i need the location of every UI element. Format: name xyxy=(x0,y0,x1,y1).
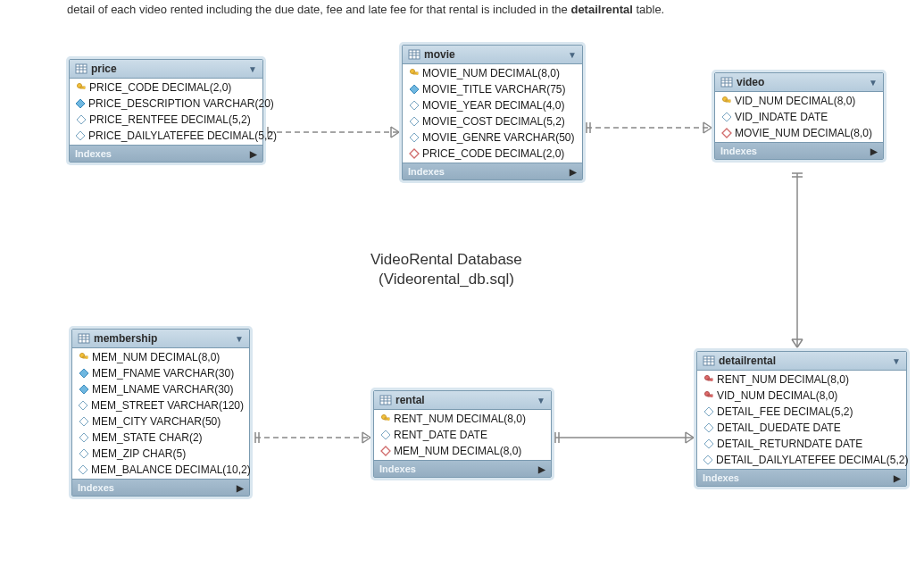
column-detailrental-3[interactable]: DETAIL_DUEDATE DATE xyxy=(697,420,906,436)
entity-price[interactable]: price▼PRICE_CODE DECIMAL(2,0)PRICE_DESCR… xyxy=(69,59,263,163)
indexes-label: Indexes xyxy=(408,166,445,177)
column-membership-4[interactable]: MEM_CITY VARCHAR(50) xyxy=(72,413,249,430)
column-video-0[interactable]: VID_NUM DECIMAL(8,0) xyxy=(715,93,883,109)
entity-footer-detailrental[interactable]: Indexes▶ xyxy=(697,469,906,486)
entity-header-movie[interactable]: movie▼ xyxy=(403,46,582,64)
svg-rect-52 xyxy=(711,379,712,381)
entity-footer-movie[interactable]: Indexes▶ xyxy=(403,163,582,179)
column-icon xyxy=(78,448,89,460)
column-icon xyxy=(703,438,714,450)
svg-rect-36 xyxy=(86,356,87,359)
column-label: PRICE_DAILYLATEFEE DECIMAL(5,2) xyxy=(88,129,277,142)
column-membership-6[interactable]: MEM_ZIP CHAR(5) xyxy=(72,446,249,462)
entity-video[interactable]: video▼VID_NUM DECIMAL(8,0)VID_INDATE DAT… xyxy=(714,72,884,160)
column-icon xyxy=(78,368,89,380)
column-movie-3[interactable]: MOVIE_COST DECIMAL(5,2) xyxy=(403,113,582,129)
svg-rect-5 xyxy=(76,64,87,73)
column-label: MOVIE_NUM DECIMAL(8,0) xyxy=(422,67,560,79)
expand-indexes-icon[interactable]: ▶ xyxy=(250,149,257,159)
column-membership-3[interactable]: MEM_STREET VARCHAR(120) xyxy=(72,397,249,413)
entity-header-detailrental[interactable]: detailrental▼ xyxy=(697,352,906,371)
entity-header-video[interactable]: video▼ xyxy=(715,73,883,92)
svg-rect-28 xyxy=(728,100,730,103)
column-rental-0[interactable]: RENT_NUM DECIMAL(8,0) xyxy=(374,411,551,427)
column-label: MEM_NUM DECIMAL(8,0) xyxy=(92,351,220,363)
column-label: PRICE_CODE DECIMAL(2,0) xyxy=(422,147,564,160)
expand-indexes-icon[interactable]: ▶ xyxy=(237,483,244,493)
column-detailrental-1[interactable]: VID_NUM DECIMAL(8,0) xyxy=(697,388,906,404)
column-membership-7[interactable]: MEM_BALANCE DECIMAL(10,2) xyxy=(72,462,249,478)
entity-detailrental[interactable]: detailrental▼RENT_NUM DECIMAL(8,0)VID_NU… xyxy=(696,351,907,487)
collapse-icon[interactable]: ▼ xyxy=(248,64,257,74)
column-label: MEM_STREET VARCHAR(120) xyxy=(91,399,244,412)
entity-footer-video[interactable]: Indexes▶ xyxy=(715,142,883,159)
collapse-icon[interactable]: ▼ xyxy=(892,356,901,366)
entity-title: detailrental xyxy=(719,355,888,367)
entity-rental[interactable]: rental▼RENT_NUM DECIMAL(8,0)RENT_DATE DA… xyxy=(373,390,552,478)
entity-header-price[interactable]: price▼ xyxy=(70,60,262,79)
svg-rect-20 xyxy=(416,72,418,75)
column-membership-5[interactable]: MEM_STATE CHAR(2) xyxy=(72,430,249,446)
indexes-label: Indexes xyxy=(78,482,114,493)
column-membership-2[interactable]: MEM_LNAME VARCHAR(30) xyxy=(72,381,249,397)
column-movie-5[interactable]: PRICE_CODE DECIMAL(2,0) xyxy=(403,146,582,162)
entity-body-movie: MOVIE_NUM DECIMAL(8,0)MOVIE_TITLE VARCHA… xyxy=(403,64,582,163)
svg-rect-37 xyxy=(380,396,391,405)
column-rental-2[interactable]: MEM_NUM DECIMAL(8,0) xyxy=(374,443,551,459)
entity-body-membership: MEM_NUM DECIMAL(8,0)MEM_FNAME VARCHAR(30… xyxy=(72,348,249,479)
entity-footer-price[interactable]: Indexes▶ xyxy=(70,145,262,162)
column-price-2[interactable]: PRICE_RENTFEE DECIMAL(5,2) xyxy=(70,112,262,128)
column-label: MOVIE_TITLE VARCHAR(75) xyxy=(422,83,565,96)
column-label: VID_INDATE DATE xyxy=(735,111,828,123)
entity-title: rental xyxy=(395,394,533,406)
column-price-0[interactable]: PRICE_CODE DECIMAL(2,0) xyxy=(70,79,262,96)
entity-membership[interactable]: membership▼MEM_NUM DECIMAL(8,0)MEM_FNAME… xyxy=(71,329,250,497)
column-label: MEM_NUM DECIMAL(8,0) xyxy=(394,445,521,457)
column-membership-1[interactable]: MEM_FNAME VARCHAR(30) xyxy=(72,365,249,381)
expand-indexes-icon[interactable]: ▶ xyxy=(570,167,577,177)
column-icon xyxy=(75,130,86,142)
collapse-icon[interactable]: ▼ xyxy=(568,50,577,60)
svg-rect-55 xyxy=(711,395,712,397)
indexes-label: Indexes xyxy=(720,146,757,156)
column-detailrental-0[interactable]: RENT_NUM DECIMAL(8,0) xyxy=(697,371,906,388)
column-rental-1[interactable]: RENT_DATE DATE xyxy=(374,427,551,443)
table-icon xyxy=(720,76,733,88)
column-label: VID_NUM DECIMAL(8,0) xyxy=(735,95,855,107)
column-icon xyxy=(75,98,86,110)
column-detailrental-5[interactable]: DETAIL_DAILYLATEFEE DECIMAL(5,2) xyxy=(697,452,906,468)
column-icon xyxy=(408,148,420,160)
entity-header-rental[interactable]: rental▼ xyxy=(374,391,551,410)
entity-body-detailrental: RENT_NUM DECIMAL(8,0)VID_NUM DECIMAL(8,0… xyxy=(697,371,906,469)
column-membership-0[interactable]: MEM_NUM DECIMAL(8,0) xyxy=(72,349,249,365)
entity-footer-membership[interactable]: Indexes▶ xyxy=(72,479,249,496)
column-icon xyxy=(720,96,732,107)
entity-header-membership[interactable]: membership▼ xyxy=(72,330,249,348)
entity-footer-rental[interactable]: Indexes▶ xyxy=(374,460,551,477)
expand-indexes-icon[interactable]: ▶ xyxy=(870,146,878,156)
column-icon xyxy=(703,455,713,466)
collapse-icon[interactable]: ▼ xyxy=(869,78,878,88)
column-video-2[interactable]: MOVIE_NUM DECIMAL(8,0) xyxy=(715,125,883,141)
column-label: MEM_BALANCE DECIMAL(10,2) xyxy=(91,463,251,476)
column-price-3[interactable]: PRICE_DAILYLATEFEE DECIMAL(5,2) xyxy=(70,128,262,144)
collapse-icon[interactable]: ▼ xyxy=(235,334,244,344)
entity-movie[interactable]: movie▼MOVIE_NUM DECIMAL(8,0)MOVIE_TITLE … xyxy=(402,45,583,180)
column-movie-0[interactable]: MOVIE_NUM DECIMAL(8,0) xyxy=(403,65,582,81)
expand-indexes-icon[interactable]: ▶ xyxy=(538,464,545,474)
column-detailrental-4[interactable]: DETAIL_RETURNDATE DATE xyxy=(697,436,906,452)
column-label: MOVIE_YEAR DECIMAL(4,0) xyxy=(422,99,564,112)
column-video-1[interactable]: VID_INDATE DATE xyxy=(715,109,883,125)
column-movie-2[interactable]: MOVIE_YEAR DECIMAL(4,0) xyxy=(403,97,582,113)
expand-indexes-icon[interactable]: ▶ xyxy=(894,473,901,483)
column-detailrental-2[interactable]: DETAIL_FEE DECIMAL(5,2) xyxy=(697,404,906,420)
column-label: MOVIE_GENRE VARCHAR(50) xyxy=(422,131,574,144)
svg-rect-12 xyxy=(83,87,85,89)
column-movie-1[interactable]: MOVIE_TITLE VARCHAR(75) xyxy=(403,81,582,97)
collapse-icon[interactable]: ▼ xyxy=(537,396,545,405)
table-icon xyxy=(78,332,90,345)
column-movie-4[interactable]: MOVIE_GENRE VARCHAR(50) xyxy=(403,129,582,146)
column-price-1[interactable]: PRICE_DESCRIPTION VARCHAR(20) xyxy=(70,96,262,112)
column-icon xyxy=(408,68,420,79)
column-icon xyxy=(408,84,420,96)
